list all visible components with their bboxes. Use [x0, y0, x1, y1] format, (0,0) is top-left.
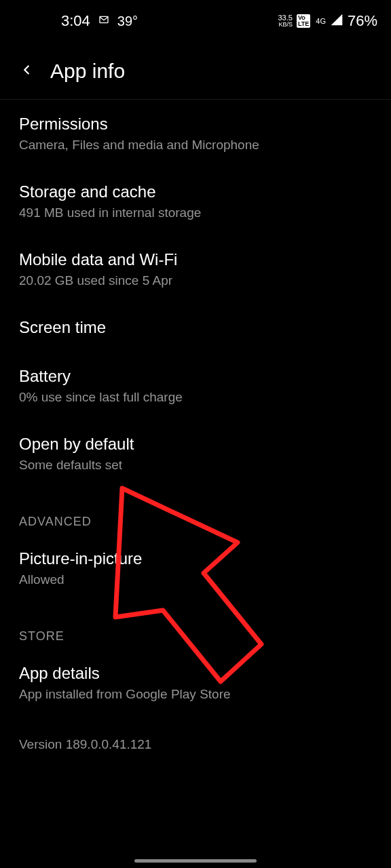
mail-icon [98, 14, 109, 28]
volte-icon: VoLTE [297, 14, 310, 28]
permissions-item[interactable]: Permissions Camera, Files and media and … [19, 100, 372, 167]
network-speed: 33.5 KB/S [278, 14, 293, 28]
storage-subtitle: 491 MB used in internal storage [19, 205, 372, 220]
navigation-bar-handle[interactable] [134, 859, 257, 863]
back-button[interactable] [19, 62, 34, 80]
storage-item[interactable]: Storage and cache 491 MB used in interna… [19, 167, 372, 235]
mobile-data-item[interactable]: Mobile data and Wi-Fi 20.02 GB used sinc… [19, 235, 372, 303]
status-bar: 3:04 39° 33.5 KB/S VoLTE 4G 76% [0, 0, 391, 41]
open-by-default-subtitle: Some defaults set [19, 458, 372, 473]
picture-in-picture-item[interactable]: Picture-in-picture Allowed [19, 534, 372, 602]
settings-list: Permissions Camera, Files and media and … [0, 100, 391, 772]
status-left: 3:04 39° [61, 12, 138, 30]
version-text: Version 189.0.0.41.121 [19, 717, 372, 772]
picture-in-picture-subtitle: Allowed [19, 572, 372, 587]
battery-item[interactable]: Battery 0% use since last full charge [19, 352, 372, 420]
battery-percentage: 76% [348, 12, 377, 30]
battery-title: Battery [19, 367, 372, 386]
app-details-subtitle: App installed from Google Play Store [19, 687, 372, 702]
open-by-default-title: Open by default [19, 435, 372, 454]
open-by-default-item[interactable]: Open by default Some defaults set [19, 420, 372, 488]
status-time: 3:04 [61, 12, 90, 30]
page-title: App info [50, 60, 125, 83]
status-right: 33.5 KB/S VoLTE 4G 76% [278, 12, 378, 30]
permissions-subtitle: Camera, Files and media and Microphone [19, 138, 372, 153]
mobile-data-subtitle: 20.02 GB used since 5 Apr [19, 273, 372, 288]
battery-subtitle: 0% use since last full charge [19, 390, 372, 405]
storage-title: Storage and cache [19, 182, 372, 201]
screen-time-title: Screen time [19, 318, 372, 337]
advanced-section-header: ADVANCED [19, 488, 372, 534]
network-4g-icon: 4G [316, 17, 326, 25]
screen-time-item[interactable]: Screen time [19, 303, 372, 352]
status-temp: 39° [117, 14, 138, 29]
store-section-header: STORE [19, 602, 372, 649]
app-details-item[interactable]: App details App installed from Google Pl… [19, 649, 372, 717]
permissions-title: Permissions [19, 115, 372, 134]
app-details-title: App details [19, 664, 372, 683]
picture-in-picture-title: Picture-in-picture [19, 549, 372, 568]
mobile-data-title: Mobile data and Wi-Fi [19, 250, 372, 269]
signal-icon [330, 13, 343, 29]
app-header: App info [0, 41, 391, 100]
